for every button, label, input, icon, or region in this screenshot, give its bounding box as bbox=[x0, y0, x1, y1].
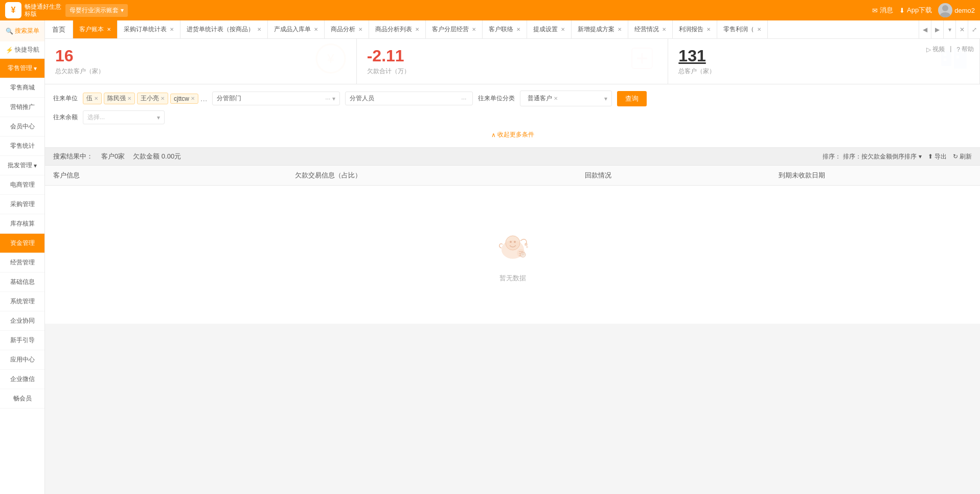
tab-profit-report[interactable]: 利润报告 ✕ bbox=[673, 20, 717, 38]
sidebar-item-system-mgmt[interactable]: 系统管理 bbox=[0, 292, 44, 311]
remove-tag-4[interactable]: ✕ bbox=[191, 96, 195, 101]
sidebar-item-basic-info[interactable]: 基础信息 bbox=[0, 273, 44, 292]
sidebar-item-beginner-guide[interactable]: 新手引导 bbox=[0, 331, 44, 350]
sidebar-item-ecommerce[interactable]: 电商管理 bbox=[0, 175, 44, 195]
filter-label-unit: 往来单位 bbox=[53, 94, 78, 103]
tab-purchase-order-stats[interactable]: 采购订单统计表 ✕ bbox=[118, 20, 180, 38]
export-button[interactable]: ⬆ 导出 bbox=[928, 152, 947, 161]
tab-close-icon[interactable]: ✕ bbox=[257, 27, 261, 32]
unit-category-select[interactable]: 普通客户 ✕ ▾ bbox=[520, 91, 612, 106]
sidebar-item-member-center[interactable]: 会员中心 bbox=[0, 117, 44, 137]
filter-tag-unit-1: 伍 ✕ bbox=[83, 93, 102, 104]
tab-scroll-right[interactable]: ▶ bbox=[931, 20, 943, 39]
tab-expand[interactable]: ⤢ bbox=[968, 20, 980, 39]
tab-close-icon[interactable]: ✕ bbox=[516, 27, 520, 32]
tab-retail-profit[interactable]: 零售利润（ ✕ bbox=[717, 20, 768, 38]
stat-value-debt: -2.11 bbox=[367, 47, 658, 65]
sidebar-item-marketing[interactable]: 营销推广 bbox=[0, 98, 44, 117]
tab-scroll-left[interactable]: ◀ bbox=[919, 20, 931, 39]
tab-purchase-stats-goods[interactable]: 进货单统计表（按商品） ✕ bbox=[180, 20, 268, 38]
results-bar: 搜索结果中： 客户0家 欠款金额 0.00元 排序： 排序：按欠款金额倒序排序 … bbox=[45, 148, 980, 166]
empty-state: 暂无数据 bbox=[45, 186, 980, 324]
filter-more-button[interactable]: ... bbox=[200, 94, 207, 103]
sidebar-item-purchase-mgmt[interactable]: 采购管理 bbox=[0, 195, 44, 214]
remove-tag-3[interactable]: ✕ bbox=[161, 96, 165, 101]
user-avatar-area[interactable]: demo2 bbox=[938, 3, 975, 17]
sidebar-search-area: 🔍 搜索菜单 bbox=[0, 20, 44, 41]
balance-select[interactable]: 选择... ▾ bbox=[83, 110, 165, 124]
dropdown-icon: ▾ bbox=[157, 114, 160, 121]
help-button[interactable]: ? 帮助 bbox=[956, 45, 974, 54]
filter-tag-unit-4: cjttcw ✕ bbox=[170, 94, 198, 104]
tab-add-commission[interactable]: 新增提成方案 ✕ bbox=[572, 20, 628, 38]
tab-goods-analysis-list[interactable]: 商品分析列表 ✕ bbox=[369, 20, 426, 38]
th-repayment: 回款情况 bbox=[585, 171, 778, 180]
remove-tag-2[interactable]: ✕ bbox=[127, 96, 131, 101]
tab-close-icon[interactable]: ✕ bbox=[618, 27, 622, 32]
sidebar-item-finance-mgmt[interactable]: 资金管理 bbox=[0, 234, 44, 253]
department-select[interactable]: 分管部门 ··· ▾ bbox=[212, 92, 340, 105]
chevron-icon: ▾ bbox=[34, 162, 37, 169]
remove-tag-1[interactable]: ✕ bbox=[94, 96, 98, 101]
tab-close-icon[interactable]: ✕ bbox=[757, 27, 761, 32]
tab-customer-contact[interactable]: 客户联络 ✕ bbox=[483, 20, 527, 38]
sidebar-item-chang-member[interactable]: 畅会员 bbox=[0, 389, 44, 409]
tab-close-icon[interactable]: ✕ bbox=[662, 27, 666, 32]
tab-customer-ledger[interactable]: 客户账本 ✕ bbox=[73, 20, 118, 38]
tab-close-all[interactable]: ✕ bbox=[955, 20, 968, 39]
sidebar-item-operation-mgmt[interactable]: 经营管理 bbox=[0, 253, 44, 273]
sidebar-item-retail-stats[interactable]: 零售统计 bbox=[0, 137, 44, 156]
data-table: 客户信息 欠款交易信息（占比） 回款情况 到期未收款日期 bbox=[45, 166, 980, 324]
tab-close-icon[interactable]: ✕ bbox=[358, 27, 362, 32]
page-content: ¥ 16 总欠款客户（家） -2.11 欠款合计（万） bbox=[45, 39, 980, 494]
tab-commission-settings[interactable]: 提成设置 ✕ bbox=[527, 20, 572, 38]
dropdown-icon: ▾ bbox=[604, 95, 607, 102]
sidebar-item-app-center[interactable]: 应用中心 bbox=[0, 350, 44, 370]
tab-menu-dropdown[interactable]: ▾ bbox=[943, 20, 955, 39]
tab-close-icon[interactable]: ✕ bbox=[472, 27, 476, 32]
filter-label-unit-category: 往来单位分类 bbox=[478, 94, 515, 103]
sort-dropdown-icon: ▾ bbox=[919, 153, 922, 160]
tab-close-icon[interactable]: ✕ bbox=[314, 27, 318, 32]
person-select[interactable]: 分管人员 ··· bbox=[345, 92, 473, 105]
svg-rect-12 bbox=[956, 56, 959, 58]
search-menu-button[interactable]: 🔍 搜索菜单 bbox=[3, 25, 41, 37]
tab-customer-tier[interactable]: 客户分层经营 ✕ bbox=[426, 20, 483, 38]
svg-point-16 bbox=[510, 241, 512, 243]
sidebar-item-enterprise-collab[interactable]: 企业协同 bbox=[0, 311, 44, 331]
tab-business-status[interactable]: 经营情况 ✕ bbox=[628, 20, 673, 38]
tab-finished-goods[interactable]: 产成品入库单 ✕ bbox=[268, 20, 325, 38]
filter-row-1: 往来单位 伍 ✕ 陈民强 ✕ 王小亮 bbox=[53, 91, 972, 106]
sidebar-item-retail-mgmt[interactable]: 零售管理 ▾ bbox=[0, 59, 44, 78]
stat-icon-money: ¥ bbox=[315, 43, 346, 80]
message-button[interactable]: ✉ 消息 bbox=[872, 6, 893, 15]
video-help-button[interactable]: ▷ 视频 bbox=[926, 45, 945, 54]
tab-close-icon[interactable]: ✕ bbox=[706, 27, 711, 32]
quick-nav-button[interactable]: ⚡ 快捷导航 bbox=[0, 41, 44, 59]
collapse-button[interactable]: ∧ 收起更多条件 bbox=[53, 128, 972, 141]
tab-close-icon[interactable]: ✕ bbox=[561, 27, 565, 32]
tab-home[interactable]: 首页 bbox=[45, 20, 73, 38]
svg-point-20 bbox=[526, 246, 528, 248]
remove-category-tag[interactable]: ✕ bbox=[554, 96, 558, 101]
app-download-button[interactable]: ⬇ App下载 bbox=[899, 6, 932, 15]
stats-actions: ▷ 视频 | ? 帮助 bbox=[926, 45, 974, 54]
sidebar-item-inventory[interactable]: 库存核算 bbox=[0, 214, 44, 234]
sidebar-item-wholesale-mgmt[interactable]: 批发管理 ▾ bbox=[0, 156, 44, 175]
account-dropdown[interactable]: 母婴行业演示账套 ▾ bbox=[65, 4, 128, 17]
refresh-button[interactable]: ↻ 刷新 bbox=[953, 152, 972, 161]
filter-area: 往来单位 伍 ✕ 陈民强 ✕ 王小亮 bbox=[45, 84, 980, 148]
sidebar-item-retail-mall[interactable]: 零售商城 bbox=[0, 78, 44, 98]
stat-value-debtors: 16 bbox=[55, 47, 346, 65]
customer-count: 客户0家 bbox=[101, 152, 125, 161]
tab-close-icon[interactable]: ✕ bbox=[415, 27, 419, 32]
sidebar-item-enterprise-wechat[interactable]: 企业微信 bbox=[0, 370, 44, 389]
tab-goods-analysis[interactable]: 商品分析 ✕ bbox=[325, 20, 369, 38]
query-button[interactable]: 查询 bbox=[617, 91, 647, 106]
results-actions: 排序： 排序：按欠款金额倒序排序 ▾ ⬆ 导出 ↻ 刷新 bbox=[823, 152, 972, 161]
tab-close-icon[interactable]: ✕ bbox=[170, 27, 174, 32]
stat-value-total-customers[interactable]: 131 bbox=[678, 47, 969, 65]
tab-close-icon[interactable]: ✕ bbox=[107, 27, 111, 32]
tab-bar: 首页 客户账本 ✕ 采购订单统计表 ✕ 进货单统计表（按商品） ✕ 产成品入库单… bbox=[45, 20, 980, 39]
sort-select[interactable]: 排序： 排序：按欠款金额倒序排序 ▾ bbox=[823, 152, 922, 161]
